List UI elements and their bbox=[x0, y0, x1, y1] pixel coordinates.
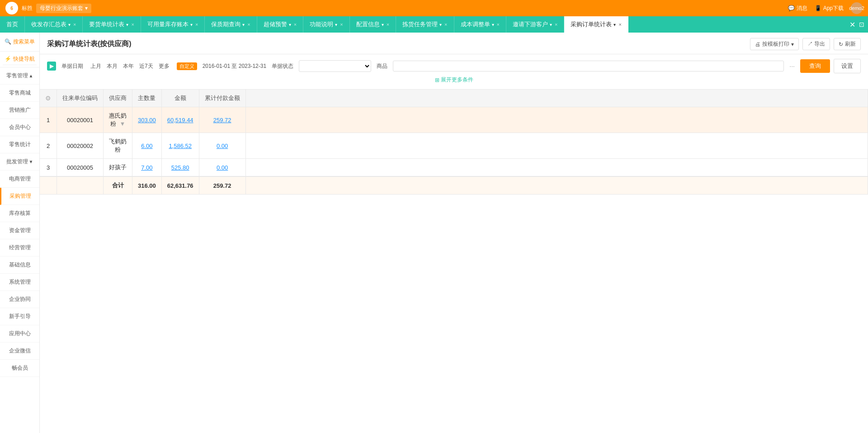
tab-order-stat[interactable]: 要货单统计表 ▾ × bbox=[83, 16, 141, 33]
row-amount: 525.80 bbox=[161, 159, 199, 177]
date-this-year[interactable]: 本年 bbox=[121, 62, 136, 71]
tab-arrow: ▾ bbox=[550, 22, 552, 27]
tab-task[interactable]: 拣货任务管理 ▾ × bbox=[396, 16, 454, 33]
sidebar-item-marketing[interactable]: 营销推广 bbox=[0, 102, 39, 119]
date-7days[interactable]: 近7天 bbox=[137, 62, 155, 71]
tab-arrow: ▾ bbox=[126, 22, 128, 27]
refresh-icon: ↻ bbox=[839, 41, 843, 48]
sidebar-item-basic-info[interactable]: 基础信息 bbox=[0, 257, 39, 274]
tab-home[interactable]: 首页 bbox=[0, 16, 25, 33]
goods-input[interactable] bbox=[393, 61, 784, 71]
row-amount: 60,519.44 bbox=[161, 107, 199, 133]
workspace-selector[interactable]: 母婴行业演示账套 ▾ bbox=[36, 4, 91, 13]
footer-label: 合计 bbox=[104, 176, 132, 195]
tab-purchase-stat[interactable]: 采购订单统计表 ▾ × bbox=[564, 16, 628, 33]
row-code: 00020005 bbox=[57, 159, 104, 177]
tab-collect[interactable]: 收发存汇总表 ▾ × bbox=[25, 16, 83, 33]
tab-close[interactable]: × bbox=[73, 22, 76, 27]
refresh-button[interactable]: ↻ 刷新 bbox=[834, 38, 861, 50]
tab-arrow: ▾ bbox=[382, 22, 384, 27]
close-tab-icon[interactable]: ✕ bbox=[849, 20, 855, 29]
tab-inventory[interactable]: 可用量库存账本 ▾ × bbox=[141, 16, 205, 33]
col-extra bbox=[245, 90, 868, 107]
tab-overstock[interactable]: 超储预警 ▾ × bbox=[257, 16, 303, 33]
date-more[interactable]: 更多 bbox=[157, 62, 171, 71]
filter-bar: ▶ 单据日期 上月 本月 本年 近7天 更多 自定义 2016-01-01 至 … bbox=[40, 54, 868, 90]
sidebar-item-retail[interactable]: 零售管理 ▲ bbox=[0, 67, 39, 85]
tab-close[interactable]: × bbox=[387, 22, 389, 27]
col-amount: 金额 bbox=[161, 90, 199, 107]
page-header: 采购订单统计表(按供应商) 🖨 按模板打印 ▾ ↗ 导出 ↻ 刷新 bbox=[40, 33, 868, 54]
tab-close[interactable]: × bbox=[294, 22, 297, 27]
sidebar-item-wechat[interactable]: 企业微信 bbox=[0, 343, 39, 360]
tab-invite[interactable]: 邀请下游客户 ▾ × bbox=[506, 16, 564, 33]
expand-button[interactable]: ⊞ 展开更多条件 bbox=[435, 76, 473, 84]
sidebar-item-system[interactable]: 系统管理 bbox=[0, 274, 39, 291]
col-supplier: 供应商 bbox=[104, 90, 132, 107]
table-container: ⚙ 往来单位编码 供应商 主数量 金额 累计付款金额 1 00020001 bbox=[40, 90, 868, 433]
goods-more-icon[interactable]: ··· bbox=[789, 62, 795, 70]
sidebar-item-inventory-check[interactable]: 库存核算 bbox=[0, 205, 39, 222]
table-footer-row: 合计 316.00 62,631.76 259.72 bbox=[40, 176, 868, 195]
tab-close[interactable]: × bbox=[340, 22, 343, 27]
sidebar-item-members[interactable]: 会员中心 bbox=[0, 119, 39, 136]
tab-shelf-life[interactable]: 保质期查询 ▾ × bbox=[205, 16, 257, 33]
table-row: 3 00020005 好孩子 7.00 525.80 0.00 bbox=[40, 159, 868, 177]
status-select[interactable] bbox=[299, 60, 371, 72]
row-num: 2 bbox=[40, 133, 57, 159]
sidebar-item-retail-stat[interactable]: 零售统计 bbox=[0, 136, 39, 153]
filter-toggle-button[interactable]: ▶ bbox=[47, 62, 56, 71]
search-menu-button[interactable]: 🔍 搜索菜单 bbox=[3, 36, 37, 48]
app-icon: 📱 bbox=[815, 5, 821, 11]
sidebar-item-finance[interactable]: 资金管理 bbox=[0, 222, 39, 239]
sidebar-item-appcenter[interactable]: 应用中心 bbox=[0, 325, 39, 343]
print-button[interactable]: 🖨 按模板打印 ▾ bbox=[750, 38, 799, 50]
expand-row-icon[interactable]: ▼ bbox=[119, 120, 125, 127]
sidebar-item-vip[interactable]: 畅会员 bbox=[0, 360, 39, 377]
tab-close[interactable]: × bbox=[497, 22, 500, 27]
status-label: 单据状态 bbox=[272, 62, 293, 70]
sidebar-item-ecommerce[interactable]: 电商管理 bbox=[0, 171, 39, 188]
sidebar-item-newguide[interactable]: 新手引导 bbox=[0, 308, 39, 325]
row-code: 00020002 bbox=[57, 133, 104, 159]
tab-config[interactable]: 配置信息 ▾ × bbox=[350, 16, 396, 33]
col-code: 往来单位编码 bbox=[57, 90, 104, 107]
export-button[interactable]: ↗ 导出 bbox=[802, 38, 830, 50]
col-settings[interactable]: ⚙ bbox=[40, 90, 57, 107]
sidebar-item-retail-shop[interactable]: 零售商城 bbox=[0, 85, 39, 102]
settings-button[interactable]: 设置 bbox=[834, 59, 861, 73]
date-this-month[interactable]: 本月 bbox=[105, 62, 119, 71]
row-paid: 259.72 bbox=[199, 107, 245, 133]
main-layout: 🔍 搜索菜单 ⚡ 快捷导航 零售管理 ▲ 零售商城 营销推广 会员中心 零售统计… bbox=[0, 33, 868, 433]
tab-close[interactable]: × bbox=[195, 22, 198, 27]
tab-arrow: ▾ bbox=[68, 22, 71, 27]
tab-close[interactable]: × bbox=[131, 22, 134, 27]
sidebar-item-enterprise[interactable]: 企业协同 bbox=[0, 291, 39, 308]
tab-close[interactable]: × bbox=[618, 22, 621, 27]
tab-arrow: ▾ bbox=[242, 22, 245, 27]
tab-close[interactable]: × bbox=[555, 22, 557, 27]
row-qty: 6.00 bbox=[132, 133, 162, 159]
sidebar: 🔍 搜索菜单 ⚡ 快捷导航 零售管理 ▲ 零售商城 营销推广 会员中心 零售统计… bbox=[0, 33, 40, 433]
query-button[interactable]: 查询 bbox=[800, 59, 830, 73]
top-bar: 6 标胜 母婴行业演示账套 ▾ 💬 消息 📱 App下载 demo2 bbox=[0, 0, 868, 16]
printer-icon: 🖨 bbox=[755, 41, 760, 48]
tab-feature[interactable]: 功能说明 ▾ × bbox=[303, 16, 349, 33]
message-icon: 💬 bbox=[788, 5, 795, 11]
custom-date-tag: 自定义 bbox=[177, 62, 197, 70]
expand-tab-icon[interactable]: ⊡ bbox=[859, 21, 864, 28]
tab-cost[interactable]: 成本调整单 ▾ × bbox=[454, 16, 506, 33]
tab-close[interactable]: × bbox=[444, 22, 447, 27]
row-supplier: 好孩子 bbox=[104, 159, 132, 177]
tab-close[interactable]: × bbox=[247, 22, 250, 27]
sidebar-item-operations[interactable]: 经营管理 bbox=[0, 239, 39, 257]
message-button[interactable]: 💬 消息 bbox=[788, 5, 807, 12]
sidebar-item-purchase[interactable]: 采购管理 bbox=[0, 188, 39, 205]
row-supplier: 惠氏奶粉 ▼ bbox=[104, 107, 132, 133]
app-download-button[interactable]: 📱 App下载 bbox=[815, 5, 844, 12]
table-row: 2 00020002 飞鹤奶粉 6.00 1,586.52 0.00 bbox=[40, 133, 868, 159]
avatar[interactable]: demo2 bbox=[851, 2, 863, 14]
quick-nav-button[interactable]: ⚡ 快捷导航 bbox=[3, 53, 37, 65]
date-last-month[interactable]: 上月 bbox=[89, 62, 103, 71]
sidebar-item-wholesale[interactable]: 批发管理 ▼ bbox=[0, 153, 39, 171]
